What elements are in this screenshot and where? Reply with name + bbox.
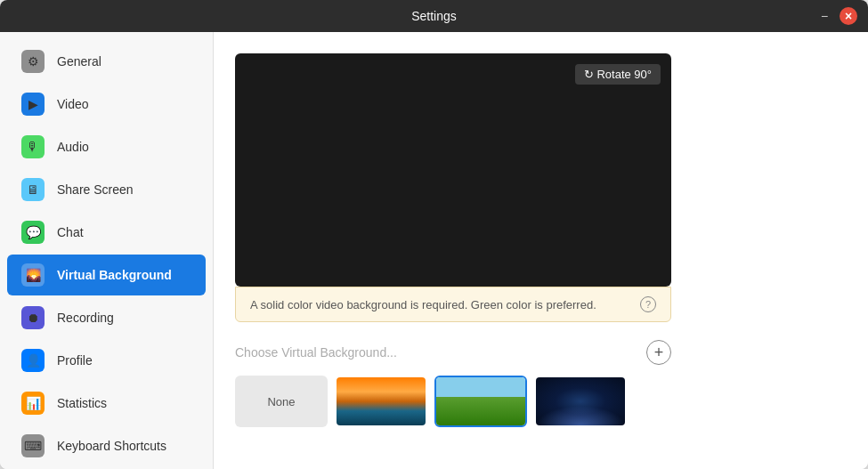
statistics-icon: 📊 (21, 392, 45, 415)
sidebar-label-recording: Recording (57, 311, 114, 325)
bridge-thumbnail (337, 377, 426, 425)
share-screen-icon: 🖥 (21, 178, 45, 201)
sidebar-item-virtual-background[interactable]: 🌄Virtual Background (7, 255, 206, 295)
sidebar-item-chat[interactable]: 💬Chat (7, 212, 206, 253)
video-preview: ↻ Rotate 90° (235, 53, 671, 287)
notice-message: A solid color video background is requir… (250, 298, 596, 311)
help-icon[interactable]: ? (640, 296, 656, 312)
sidebar-item-audio[interactable]: 🎙Audio (7, 126, 206, 167)
content-area: ↻ Rotate 90° A solid color video backgro… (214, 32, 868, 469)
audio-icon: 🎙 (21, 135, 45, 158)
close-button[interactable]: × (840, 7, 857, 25)
recording-icon: ⏺ (21, 306, 45, 329)
sidebar-label-general: General (57, 54, 101, 69)
video-icon: ▶ (21, 93, 45, 116)
sidebar-label-video: Video (57, 97, 89, 111)
sidebar-label-statistics: Statistics (57, 396, 107, 410)
sidebar-item-keyboard-shortcuts[interactable]: ⌨Keyboard Shortcuts (7, 425, 206, 466)
sidebar-item-recording[interactable]: ⏺Recording (7, 297, 206, 338)
sidebar-item-general[interactable]: ⚙General (7, 41, 206, 82)
sidebar-label-chat: Chat (57, 225, 84, 239)
virtual-background-icon: 🌄 (21, 263, 45, 287)
sidebar-label-keyboard-shortcuts: Keyboard Shortcuts (57, 439, 166, 453)
sidebar-label-share-screen: Share Screen (57, 182, 134, 197)
window-title: Settings (411, 9, 457, 23)
background-none[interactable]: None (235, 376, 328, 427)
background-grass[interactable] (434, 376, 527, 427)
solid-color-notice: A solid color video background is requir… (235, 287, 671, 322)
main-layout: ⚙General▶Video🎙Audio🖥Share Screen💬Chat🌄V… (0, 32, 868, 469)
space-thumbnail (536, 377, 625, 425)
grass-thumbnail (436, 377, 525, 425)
sidebar-item-video[interactable]: ▶Video (7, 84, 206, 125)
choose-vb-row: Choose Virtual Background... + (235, 340, 671, 365)
keyboard-shortcuts-icon: ⌨ (21, 434, 45, 457)
settings-window: Settings − × ⚙General▶Video🎙Audio🖥Share … (0, 0, 868, 469)
none-label: None (267, 395, 295, 408)
background-space[interactable] (534, 376, 627, 427)
profile-icon: 👤 (21, 349, 45, 372)
sidebar-label-profile: Profile (57, 353, 93, 368)
notice-text-container: A solid color video background is requir… (250, 298, 596, 311)
sidebar-label-virtual-background: Virtual Background (57, 268, 172, 282)
add-background-button[interactable]: + (646, 340, 671, 365)
background-thumbnails: None (235, 376, 671, 427)
sidebar-item-profile[interactable]: 👤Profile (7, 340, 206, 381)
background-bridge[interactable] (335, 376, 427, 427)
choose-vb-placeholder: Choose Virtual Background... (235, 345, 646, 360)
general-icon: ⚙ (21, 50, 45, 73)
rotate-button[interactable]: ↻ Rotate 90° (575, 64, 661, 85)
window-controls: − × (816, 7, 857, 25)
sidebar-label-audio: Audio (57, 140, 89, 154)
chat-icon: 💬 (21, 221, 45, 244)
sidebar: ⚙General▶Video🎙Audio🖥Share Screen💬Chat🌄V… (0, 32, 214, 469)
minimize-button[interactable]: − (816, 8, 832, 24)
sidebar-item-share-screen[interactable]: 🖥Share Screen (7, 169, 206, 210)
sidebar-item-statistics[interactable]: 📊Statistics (7, 383, 206, 424)
titlebar: Settings − × (0, 0, 868, 32)
